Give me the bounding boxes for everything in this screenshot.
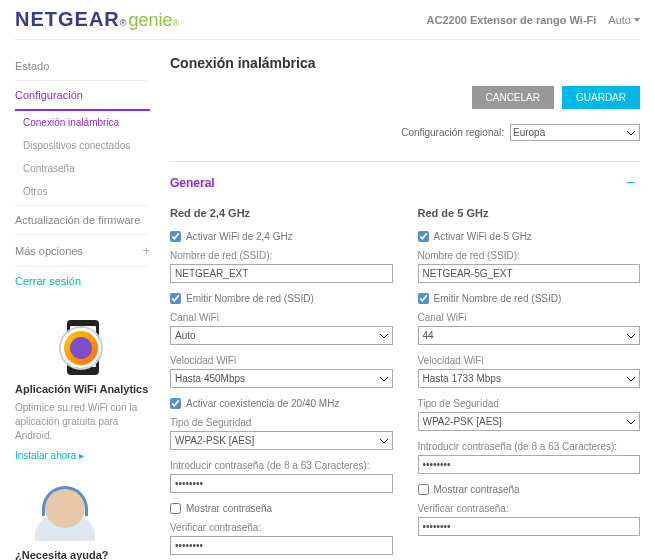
enable-24-checkbox[interactable]	[170, 231, 181, 242]
sidebar-more-label: Más opciones	[15, 245, 83, 257]
ssid-24-input[interactable]	[170, 264, 393, 283]
verify-24-label: Verificar contraseña:	[170, 522, 393, 533]
channel-24-label: Canal WiFi	[170, 312, 393, 323]
col-5ghz: Red de 5 GHz Activar WiFi de 5 GHz Nombr…	[418, 207, 641, 560]
speed-24-label: Velocidad WiFi	[170, 355, 393, 366]
enable-5-checkbox[interactable]	[418, 231, 429, 242]
coexist-24-label: Activar coexistencia de 20/40 MHz	[186, 398, 339, 409]
product-name: AC2200 Extensor de rango Wi-Fi	[427, 14, 597, 26]
logo-genie: genie	[128, 10, 172, 31]
pass-5-label: Introducir contraseña (de 8 a 63 Caracte…	[418, 441, 641, 452]
page-title: Conexión inalámbrica	[170, 55, 640, 71]
sidebar-item-estado[interactable]: Estado	[15, 52, 150, 81]
security-5-select[interactable]: WPA2-PSK [AES]	[418, 412, 641, 431]
promo-analytics-text: Optimice su red WiFi con la aplicación g…	[15, 401, 150, 443]
channel-24-select[interactable]: Auto	[170, 326, 393, 345]
sidebar-sub-others[interactable]: Otros	[15, 180, 150, 206]
speed-5-select[interactable]: Hasta 1733 Mbps	[418, 369, 641, 388]
promo-help-image	[15, 486, 95, 541]
security-5-label: Tipo de Seguridad	[418, 398, 641, 409]
ssid-5-label: Nombre de red (SSID):	[418, 250, 641, 261]
broadcast-5-checkbox[interactable]	[418, 293, 429, 304]
security-24-label: Tipo de Seguridad	[170, 417, 393, 428]
region-select[interactable]: Europa	[510, 124, 640, 141]
verify-5-input[interactable]	[418, 517, 641, 536]
promo-analytics-title: Aplicación WiFi Analytics	[15, 383, 150, 395]
save-button[interactable]: GUARDAR	[562, 86, 640, 109]
sidebar-sub-devices[interactable]: Dispositivos conectados	[15, 134, 150, 157]
broadcast-24-checkbox[interactable]	[170, 293, 181, 304]
sidebar-logout[interactable]: Cerrar sesión	[15, 267, 150, 295]
cancel-button[interactable]: CANCELAR	[472, 86, 554, 109]
promo-help: ¿Necesita ayuda?	[15, 486, 150, 560]
sidebar-item-more[interactable]: Más opciones +	[15, 235, 150, 267]
logo-netgear: NETGEAR	[15, 8, 120, 31]
enable-5-label: Activar WiFi de 5 GHz	[434, 231, 532, 242]
speed-5-label: Velocidad WiFi	[418, 355, 641, 366]
ssid-24-label: Nombre de red (SSID):	[170, 250, 393, 261]
sidebar-item-firmware[interactable]: Actualización de firmware	[15, 206, 150, 235]
channel-5-label: Canal WiFi	[418, 312, 641, 323]
logo: NETGEAR® genie®	[15, 8, 179, 31]
sidebar-item-config[interactable]: Configuración	[15, 81, 150, 111]
showpass-24-checkbox[interactable]	[170, 503, 181, 514]
main-content: Conexión inalámbrica CANCELAR GUARDAR Co…	[150, 40, 640, 560]
showpass-5-label: Mostrar contraseña	[434, 484, 520, 495]
broadcast-5-label: Emitir Nombre de red (SSID)	[434, 293, 562, 304]
caret-down-icon	[634, 18, 640, 22]
sidebar-sub-wifi[interactable]: Conexión inalámbrica	[15, 111, 150, 134]
promo-help-title: ¿Necesita ayuda?	[15, 549, 150, 560]
auto-dropdown[interactable]: Auto	[608, 14, 640, 26]
sidebar: Estado Configuración Conexión inalámbric…	[15, 40, 150, 560]
section-divider	[170, 161, 640, 162]
logo-reg: ®	[120, 18, 127, 28]
security-24-select[interactable]: WPA2-PSK [AES]	[170, 431, 393, 450]
pass-24-input[interactable]	[170, 474, 393, 493]
collapse-icon[interactable]: −	[621, 174, 640, 192]
section-general-title: General	[170, 176, 215, 190]
speed-24-select[interactable]: Hasta 450Mbps	[170, 369, 393, 388]
heading-24ghz: Red de 2,4 GHz	[170, 207, 393, 219]
region-label: Configuración regional:	[401, 127, 504, 138]
enable-24-label: Activar WiFi de 2,4 GHz	[186, 231, 293, 242]
showpass-24-label: Mostrar contraseña	[186, 503, 272, 514]
heading-5ghz: Red de 5 GHz	[418, 207, 641, 219]
verify-5-label: Verificar contraseña:	[418, 503, 641, 514]
promo-analytics-link[interactable]: Instalar ahora ▸	[15, 450, 84, 461]
showpass-5-checkbox[interactable]	[418, 484, 429, 495]
ssid-5-input[interactable]	[418, 264, 641, 283]
pass-5-input[interactable]	[418, 455, 641, 474]
broadcast-24-label: Emitir Nombre de red (SSID)	[186, 293, 314, 304]
col-24ghz: Red de 2,4 GHz Activar WiFi de 2,4 GHz N…	[170, 207, 393, 560]
channel-5-select[interactable]: 44	[418, 326, 641, 345]
plus-icon: +	[142, 243, 150, 258]
promo-analytics: Aplicación WiFi Analytics Optimice su re…	[15, 320, 150, 461]
promo-analytics-image	[53, 320, 113, 375]
verify-24-input[interactable]	[170, 536, 393, 555]
coexist-24-checkbox[interactable]	[170, 398, 181, 409]
logo-genie-reg: ®	[172, 18, 179, 28]
sidebar-sub-password[interactable]: Contraseña	[15, 157, 150, 180]
pass-24-label: Introducir contraseña (de 8 a 63 Caracte…	[170, 460, 393, 471]
auto-label: Auto	[608, 14, 631, 26]
